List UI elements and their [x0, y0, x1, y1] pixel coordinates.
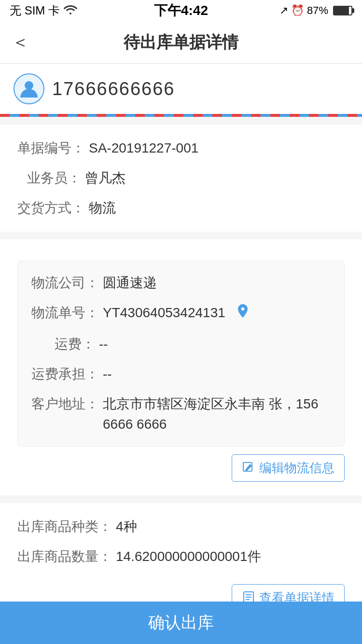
battery-percent: 87%: [307, 4, 328, 17]
document-no-row: 单据编号： SA-20191227-001: [17, 138, 345, 158]
freight-value: --: [99, 334, 331, 354]
goods-category-value: 4种: [116, 517, 345, 537]
status-bar: 无 SIM 卡 下午4:42 ↗ ⏰ 87%: [0, 0, 362, 21]
freight-label: 运费：: [31, 334, 99, 354]
logistics-company-label: 物流公司：: [31, 273, 103, 293]
alarm-icon: ⏰: [291, 4, 304, 17]
address-row: 客户地址： 北京市市辖区海淀区永丰南 张，156 6666 6666: [31, 394, 331, 434]
confirm-button[interactable]: 确认出库: [0, 602, 362, 644]
sales-person-value: 曾凡杰: [85, 168, 345, 188]
edit-logistics-button[interactable]: 编辑物流信息: [232, 454, 345, 482]
status-time: 下午4:42: [154, 1, 208, 20]
edit-logistics-wrap: 编辑物流信息: [17, 447, 345, 482]
logistics-company-value: 圆通速递: [103, 273, 331, 293]
dashed-separator: [0, 114, 362, 117]
goods-category-row: 出库商品种类： 4种: [17, 517, 345, 537]
back-button[interactable]: ＜: [12, 30, 29, 54]
goods-quantity-value: 14.620000000000001件: [116, 546, 345, 567]
user-header: 17666666666: [0, 64, 362, 114]
confirm-button-label: 确认出库: [148, 612, 214, 634]
location-icon: ↗: [279, 4, 288, 17]
goods-quantity-label: 出库商品数量：: [17, 546, 116, 567]
user-phone: 17666666666: [52, 79, 175, 99]
tracking-no-value: YT43064053424131: [103, 303, 331, 324]
basic-info-section: 单据编号： SA-20191227-001 业务员： 曾凡杰 交货方式： 物流: [0, 125, 362, 232]
status-right: ↗ ⏰ 87%: [279, 4, 352, 17]
address-value: 北京市市辖区海淀区永丰南 张，156 6666 6666: [103, 394, 331, 434]
svg-point-0: [25, 81, 33, 90]
freight-bearer-row: 运费承担： --: [31, 364, 331, 384]
address-label: 客户地址：: [31, 394, 103, 414]
carrier-label: 无 SIM 卡: [10, 3, 60, 18]
logistics-section: 物流公司： 圆通速递 物流单号： YT43064053424131 运费： --…: [0, 239, 362, 495]
freight-bearer-value: --: [103, 364, 331, 384]
delivery-method-label: 交货方式：: [17, 198, 89, 218]
sales-person-label: 业务员：: [17, 168, 85, 188]
tracking-no-row: 物流单号： YT43064053424131: [31, 303, 331, 324]
tracking-no-label: 物流单号：: [31, 303, 103, 323]
delivery-method-value: 物流: [89, 198, 345, 218]
goods-category-label: 出库商品种类：: [17, 517, 116, 537]
delivery-method-row: 交货方式： 物流: [17, 198, 345, 218]
nav-bar: ＜ 待出库单据详情: [0, 21, 362, 64]
goods-quantity-row: 出库商品数量： 14.620000000000001件: [17, 546, 345, 567]
status-left: 无 SIM 卡: [10, 3, 77, 18]
logistics-card: 物流公司： 圆通速递 物流单号： YT43064053424131 运费： --…: [17, 261, 345, 447]
person-icon: [18, 78, 40, 99]
edit-icon: [242, 461, 255, 475]
freight-bearer-label: 运费承担：: [31, 364, 103, 384]
avatar: [14, 73, 44, 104]
map-pin-icon[interactable]: [235, 303, 251, 324]
logistics-company-row: 物流公司： 圆通速递: [31, 273, 331, 293]
sales-person-row: 业务员： 曾凡杰: [17, 168, 345, 188]
document-no-label: 单据编号：: [17, 138, 89, 158]
wifi-icon: [64, 4, 77, 17]
document-no-value: SA-20191227-001: [89, 138, 345, 158]
freight-row: 运费： --: [31, 334, 331, 354]
page-title: 待出库单据详情: [124, 31, 238, 54]
battery-icon: [333, 6, 352, 15]
